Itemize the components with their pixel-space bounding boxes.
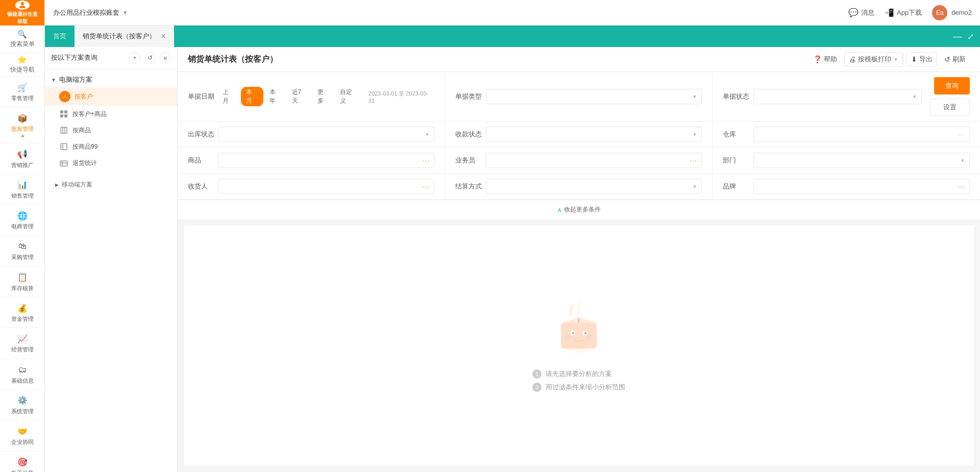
query-button[interactable]: 查询	[934, 77, 970, 95]
marketing-icon: 📢	[17, 149, 28, 160]
message-action[interactable]: 💬 消息	[848, 8, 874, 17]
out-status-select[interactable]: ▼	[218, 127, 434, 142]
user-name: demo2	[951, 9, 972, 16]
refresh-scheme-button[interactable]: ↺	[144, 52, 156, 63]
refresh-button[interactable]: ↺ 刷新	[940, 53, 970, 66]
by-customer-product-label: 按客户+商品	[72, 110, 107, 119]
product-select[interactable]: ···	[218, 153, 434, 168]
svg-rect-5	[61, 127, 67, 133]
scheme-item-by-product99[interactable]: 按商品99	[45, 138, 177, 155]
breadcrumb: 办公用品行业模拟账套	[53, 8, 119, 17]
filter-section: 单据日期 上月 本月 本年 近7天 更多 自定义 2023-03-01 至 20…	[178, 72, 980, 219]
department-chevron-icon: ▼	[960, 158, 965, 163]
page-header: 销货单统计表（按客户） ❓ 帮助 🖨 按模板打印 ▼	[178, 47, 980, 72]
collapse-icon: «	[163, 54, 167, 62]
print-arrow-icon: ▼	[893, 57, 898, 62]
tab-minimize-icon[interactable]: —	[953, 31, 962, 42]
user-initials: Ea	[936, 9, 944, 16]
print-label: 按模板打印	[858, 55, 891, 64]
desktop-scheme-group-title[interactable]: ▼ 电脑端方案	[45, 72, 177, 87]
settings-button[interactable]: 设置	[930, 99, 970, 116]
date-tab-last-month[interactable]: 上月	[218, 86, 239, 107]
help-button[interactable]: ❓ 帮助	[809, 53, 841, 66]
product-label: 商品	[188, 156, 214, 165]
sidebar-item-purchase[interactable]: 🛍 采购管理	[0, 235, 44, 266]
empty-state: 1 请先选择要分析的方案 2 用过滤条件来缩小分析范围	[184, 225, 974, 466]
sidebar-item-marketing-label: 营销推广	[11, 161, 34, 169]
sidebar-item-wholesale[interactable]: 📦 批发管理 ▲	[0, 107, 44, 143]
bill-type-chevron-icon: ▼	[692, 94, 697, 100]
tab-home-label: 首页	[53, 32, 66, 41]
sidebar-item-marketing[interactable]: 📢 营销推广	[0, 144, 44, 174]
sidebar-item-newbie[interactable]: 🎯 新手引导	[0, 452, 44, 472]
collapse-button[interactable]: ∧ 收起更多条件	[549, 203, 609, 216]
add-scheme-button[interactable]: +	[129, 52, 140, 63]
bill-status-select[interactable]: ▼	[753, 89, 922, 104]
settlement-label: 结算方式	[455, 182, 482, 191]
mobile-scheme-group-title[interactable]: ▶ 移动端方案	[45, 177, 177, 192]
app-download-icon: 📲	[885, 8, 894, 17]
sidebar-item-inventory[interactable]: 📋 库存核算	[0, 267, 44, 297]
tab-sales-stat[interactable]: 销货单统计表（按客户） ✕	[75, 26, 174, 47]
receiver-dots-icon: ···	[422, 182, 430, 191]
out-status-label: 出库状态	[188, 130, 214, 139]
svg-rect-2	[64, 110, 67, 113]
department-filter: 部门 ▼	[713, 148, 980, 173]
desktop-scheme-group: ▼ 电脑端方案 人 按客户 按客户+商品	[45, 69, 177, 174]
search-menu[interactable]: 🔍 搜索菜单	[0, 26, 44, 53]
receiver-label: 收货人	[188, 182, 214, 191]
quick-nav[interactable]: ⭐ 快捷导航	[0, 53, 44, 77]
warehouse-label: 仓库	[723, 130, 749, 139]
sidebar-item-basic[interactable]: 🗂 基础信息	[0, 359, 44, 390]
settlement-select[interactable]: ▼	[486, 179, 702, 194]
sidebar-item-ecommerce-label: 电商管理	[11, 223, 34, 230]
collapse-label: 收起更多条件	[564, 205, 601, 214]
brand-dots-icon: ···	[958, 182, 965, 191]
date-tab-custom[interactable]: 自定义	[336, 86, 362, 107]
left-panel-header: 按以下方案查询 + ↺ «	[45, 47, 177, 69]
main-area: 办公用品行业模拟账套 ▾ 💬 消息 📲 App下载 Ea demo2 首页	[45, 0, 980, 472]
brand-select[interactable]: ···	[753, 179, 970, 194]
print-button[interactable]: 🖨 按模板打印 ▼	[845, 53, 903, 66]
scheme-item-returns[interactable]: 退货统计	[45, 155, 177, 171]
receipt-status-select[interactable]: ▼	[486, 127, 702, 142]
sidebar-item-finance[interactable]: 💰 资金管理	[0, 297, 44, 328]
svg-rect-1	[60, 110, 63, 113]
receiver-select[interactable]: ···	[218, 179, 434, 194]
date-tab-7days[interactable]: 近7天	[288, 86, 312, 107]
mobile-group-arrow-icon: ▶	[55, 182, 59, 187]
sidebar-item-retail[interactable]: 🛒 零售管理	[0, 77, 44, 107]
tab-close-icon[interactable]: ✕	[161, 33, 166, 40]
svg-rect-8	[61, 144, 67, 150]
warehouse-select[interactable]: ···	[753, 127, 970, 142]
collapse-panel-button[interactable]: «	[160, 52, 171, 63]
date-tab-current-month[interactable]: 本月	[241, 87, 263, 106]
export-button[interactable]: ⬇ 导出	[906, 52, 937, 66]
sidebar-item-sales[interactable]: 📊 销售管理	[0, 174, 44, 205]
sales-icon: 📊	[17, 179, 28, 191]
sidebar-item-operations[interactable]: 📈 经营管理	[0, 328, 44, 359]
tab-home[interactable]: 首页	[45, 26, 75, 47]
by-product-label: 按商品	[72, 126, 91, 135]
scheme-item-by-customer[interactable]: 人 按客户	[45, 87, 177, 106]
app-title: 畅捷通好生意	[7, 11, 38, 18]
scheme-item-by-product[interactable]: 按商品	[45, 122, 177, 138]
salesperson-select[interactable]: ···	[486, 153, 702, 168]
tab-maximize-icon[interactable]: ⤢	[967, 32, 974, 41]
sidebar-item-newbie-label: 新手引导	[11, 469, 34, 472]
scheme-item-by-customer-product[interactable]: 按客户+商品	[45, 106, 177, 122]
system-icon: ⚙️	[17, 395, 28, 406]
mobile-scheme-label: 移动端方案	[62, 180, 92, 189]
sidebar-item-cooperation[interactable]: 🤝 企业协同	[0, 420, 44, 451]
tab-bar-actions: — ⤢	[953, 31, 980, 42]
department-select[interactable]: ▼	[753, 153, 970, 168]
sidebar-item-ecommerce[interactable]: 🌐 电商管理	[0, 205, 44, 235]
export-icon: ⬇	[911, 55, 917, 63]
bill-type-select[interactable]: ▼	[486, 89, 702, 104]
date-tab-current-year[interactable]: 本年	[265, 86, 286, 107]
sidebar-item-finance-label: 资金管理	[11, 315, 34, 322]
sidebar-item-system[interactable]: ⚙️ 系统管理	[0, 390, 44, 420]
app-download-action[interactable]: 📲 App下载	[885, 8, 922, 17]
user-action[interactable]: Ea demo2	[932, 5, 972, 20]
date-tab-more[interactable]: 更多	[313, 86, 334, 107]
